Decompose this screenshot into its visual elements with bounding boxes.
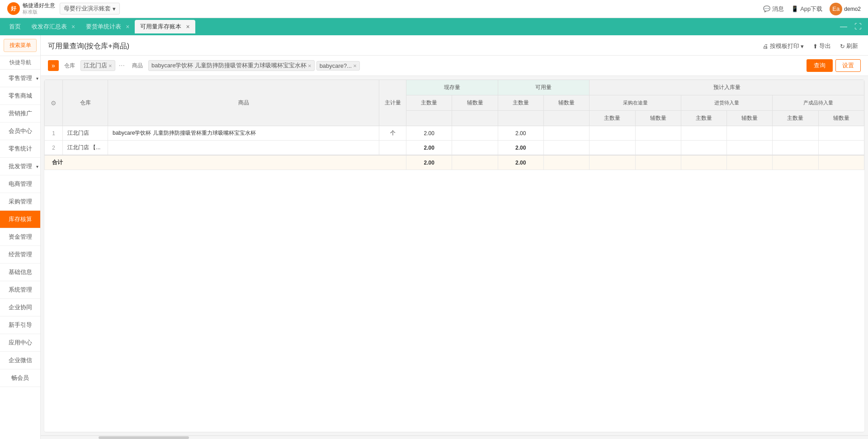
cell-product-2: [108, 141, 379, 156]
footer-available-main: 2.00: [498, 155, 543, 170]
cell-unit-1: 个: [379, 126, 406, 141]
search-menu-button[interactable]: 搜索菜单: [4, 39, 37, 52]
cell-warehouse-1: 江北门店: [63, 126, 108, 141]
filter-expand-button[interactable]: »: [48, 60, 59, 71]
top-bar-left: 好 畅捷通好生意 标准版 母婴行业演示账套 ▾: [7, 2, 120, 15]
cell-fp-aux-2: [818, 141, 864, 156]
table-footer-row: 合计 2.00 2.00: [45, 155, 864, 170]
avatar: Ea: [830, 3, 842, 15]
sidebar-label-ecommerce: 电商管理: [9, 180, 32, 188]
tab-bar: 首页 收发存汇总表 × 要货单统计表 × 可用量库存账本 × — ⛶: [0, 18, 868, 35]
refresh-icon: ↻: [840, 43, 845, 50]
sidebar-item-wholesale[interactable]: 批发管理 ▾: [0, 158, 40, 175]
main-layout: 搜索菜单 快捷导航 零售管理 ▾ 零售商城 营销推广 会员中心 零售统计 批发管…: [0, 35, 868, 439]
sidebar-item-newguide[interactable]: 新手引导: [0, 316, 40, 334]
sidebar-label-system: 系统管理: [9, 286, 32, 294]
dropdown-icon: ▾: [801, 43, 804, 50]
footer-pt-main: [590, 155, 635, 170]
footer-pt-aux: [635, 155, 681, 170]
footer-ap-main: [681, 155, 726, 170]
page-title: 可用量查询(按仓库+商品): [48, 42, 129, 51]
chevron-right-icon: ▾: [36, 76, 38, 81]
cell-warehouse-2: 江北门店 【...: [63, 141, 108, 156]
sidebar-label-purchase: 采购管理: [9, 198, 32, 206]
message-button[interactable]: 💬 消息: [763, 5, 784, 13]
message-icon: 💬: [763, 5, 770, 12]
cell-available-aux-1: [543, 126, 589, 141]
cell-available-aux-2: [543, 141, 589, 156]
sidebar-item-inventory[interactable]: 库存核算: [0, 211, 40, 228]
product-tag-2: babycare?... ×: [316, 61, 360, 71]
export-button[interactable]: ⬆ 导出: [810, 41, 834, 52]
query-button[interactable]: 查询: [807, 59, 833, 72]
cell-current-aux-2: [452, 141, 498, 156]
sidebar-label-appcenter: 应用中心: [9, 339, 32, 347]
tab-order[interactable]: 要货单统计表 ×: [80, 20, 135, 33]
print-button[interactable]: 🖨 按模板打印 ▾: [760, 41, 807, 52]
remove-product-tag-1[interactable]: ×: [308, 63, 311, 69]
sidebar-label-retail-mall: 零售商城: [9, 92, 32, 100]
sidebar-item-member[interactable]: 会员中心: [0, 123, 40, 140]
sidebar-item-finance[interactable]: 资金管理: [0, 228, 40, 246]
export-icon: ⬆: [813, 43, 818, 50]
sidebar-label-wholesale: 批发管理: [9, 162, 32, 170]
chevron-right-icon-wholesale: ▾: [36, 164, 38, 169]
app-download-button[interactable]: 📱 App下载: [791, 5, 822, 13]
cell-fp-main-2: [773, 141, 818, 156]
cell-fp-aux-1: [818, 126, 864, 141]
user-profile[interactable]: Ea demo2: [830, 3, 861, 15]
col-warehouse-header: 仓库: [63, 80, 108, 126]
sidebar-item-vip[interactable]: 畅会员: [0, 369, 40, 387]
tab-close-collect[interactable]: ×: [71, 24, 75, 30]
footer-current-aux: [452, 155, 498, 170]
content-area: 可用量查询(按仓库+商品) 🖨 按模板打印 ▾ ⬆ 导出 ↻ 刷新 »: [41, 35, 868, 439]
refresh-button[interactable]: ↻ 刷新: [837, 41, 861, 52]
cell-ap-aux-2: [727, 141, 773, 156]
sidebar-item-enterprise[interactable]: 企业协同: [0, 299, 40, 316]
sidebar-item-wechat[interactable]: 企业微信: [0, 352, 40, 369]
sidebar-item-operation[interactable]: 经营管理: [0, 246, 40, 264]
sidebar-item-ecommerce[interactable]: 电商管理: [0, 175, 40, 193]
sidebar-label-retail: 零售管理: [9, 74, 32, 82]
cell-current-aux-1: [452, 126, 498, 141]
tab-maximize-icon[interactable]: ⛶: [853, 22, 863, 32]
sidebar-label-wechat: 企业微信: [9, 356, 32, 364]
cell-current-main-2: 2.00: [406, 141, 452, 156]
product-tag-1: babycare学饮杯 儿童防摔防撞吸管杯重力球吸嘴杯宝宝水杯 ×: [148, 60, 315, 71]
col-settings-header[interactable]: ⚙: [45, 80, 63, 126]
sidebar-item-appcenter[interactable]: 应用中心: [0, 334, 40, 352]
sidebar-item-retail-mall[interactable]: 零售商城: [0, 87, 40, 105]
sidebar-search: 搜索菜单: [0, 35, 40, 56]
inventory-table: ⚙ 仓库 商品 主计量 现存量 可用量 预计入库量 主数量 辅数量 主数量 辅数…: [44, 80, 864, 170]
sidebar-item-basic[interactable]: 基础信息: [0, 264, 40, 281]
sidebar-item-retail[interactable]: 零售管理 ▾: [0, 70, 40, 87]
footer-fp-aux: [818, 155, 864, 170]
tab-minus-icon[interactable]: —: [838, 22, 849, 32]
sidebar-item-purchase[interactable]: 采购管理: [0, 193, 40, 211]
cell-pt-main-2: [590, 141, 635, 156]
setting-button[interactable]: 设置: [835, 59, 861, 72]
remove-product-tag-2[interactable]: ×: [353, 63, 357, 69]
industry-select[interactable]: 母婴行业演示账套 ▾: [60, 3, 120, 14]
sidebar-item-marketing[interactable]: 营销推广: [0, 105, 40, 123]
col-unit-header: 主计量: [379, 80, 406, 126]
remove-warehouse-tag[interactable]: ×: [108, 63, 112, 69]
sidebar-item-retail-stat[interactable]: 零售统计: [0, 140, 40, 158]
tab-close-inventory[interactable]: ×: [186, 24, 189, 30]
horizontal-scrollbar[interactable]: [99, 436, 189, 439]
cell-rownum-2: 2: [45, 141, 63, 156]
tab-collect[interactable]: 收发存汇总表 ×: [26, 20, 80, 33]
cell-current-main-1: 2.00: [406, 126, 452, 141]
logo-sub: 标准版: [23, 9, 55, 15]
cell-product-1: babycare学饮杯 儿童防摔防撞吸管杯重力球吸嘴杯宝宝水杯: [108, 126, 379, 141]
tab-inventory[interactable]: 可用量库存账本 ×: [135, 20, 195, 33]
tab-close-order[interactable]: ×: [126, 24, 129, 30]
tab-home[interactable]: 首页: [4, 20, 26, 33]
sidebar-label-member: 会员中心: [9, 127, 32, 135]
table-row: 2 江北门店 【... 2.00 2.00: [45, 141, 864, 156]
warehouse-more-icon[interactable]: ···: [117, 61, 127, 70]
table-area: ⚙ 仓库 商品 主计量 现存量 可用量 预计入库量 主数量 辅数量 主数量 辅数…: [44, 80, 864, 432]
quick-nav-button[interactable]: 快捷导航: [0, 56, 40, 70]
sidebar-item-system[interactable]: 系统管理: [0, 281, 40, 299]
cell-available-main-1: 2.00: [498, 126, 543, 141]
